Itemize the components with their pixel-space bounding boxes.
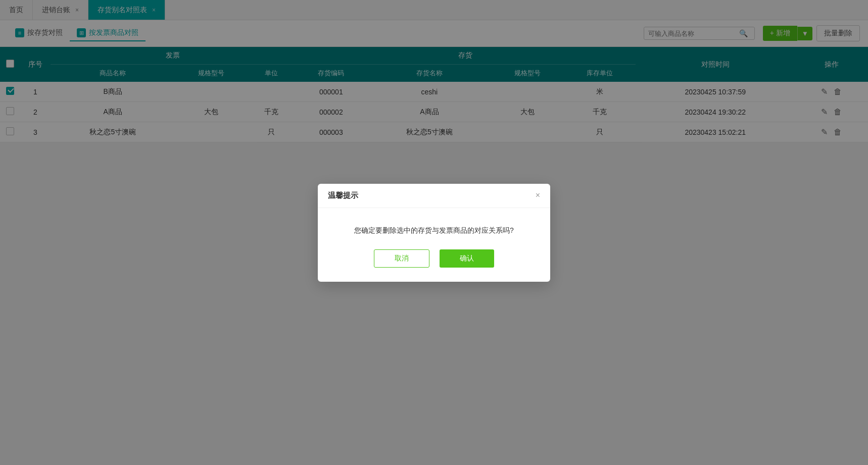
modal-footer: 取消 确认: [318, 249, 550, 282]
modal-body: 您确定要删除选中的存货与发票商品的对应关系吗?: [318, 208, 550, 249]
modal-confirm-button[interactable]: 确认: [440, 249, 494, 268]
modal-dialog: 温馨提示 × 您确定要删除选中的存货与发票商品的对应关系吗? 取消 确认: [318, 184, 550, 282]
modal-message: 您确定要删除选中的存货与发票商品的对应关系吗?: [354, 226, 514, 234]
modal-title: 温馨提示: [328, 191, 358, 200]
modal-close-button[interactable]: ×: [536, 191, 540, 199]
modal-header: 温馨提示 ×: [318, 184, 550, 208]
modal-overlay: 温馨提示 × 您确定要删除选中的存货与发票商品的对应关系吗? 取消 确认: [0, 0, 868, 465]
modal-cancel-button[interactable]: 取消: [374, 249, 429, 268]
